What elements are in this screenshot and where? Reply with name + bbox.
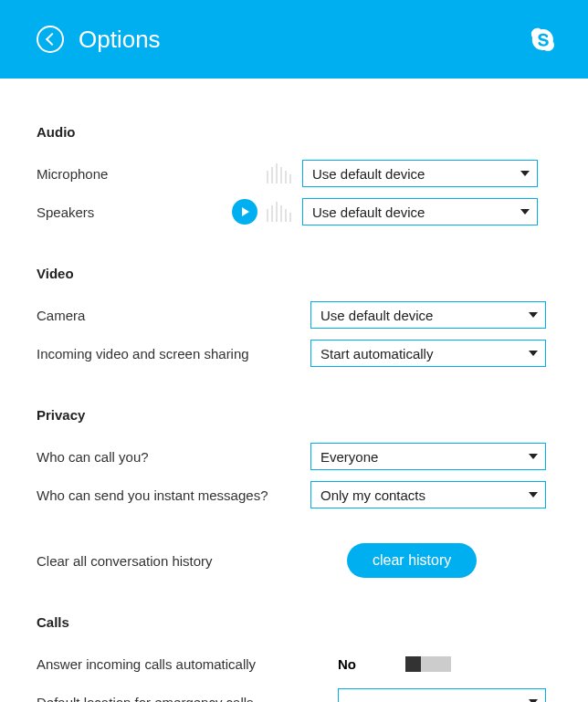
row-incoming-video: Incoming video and screen sharing Start … [37,334,551,372]
row-microphone: Microphone Use default device [37,154,551,193]
microphone-level-icon [267,163,291,183]
speakers-controls: Use default device [232,198,551,225]
microphone-controls: Use default device [232,160,551,187]
section-privacy: Privacy Who can call you? Everyone Who c… [37,407,551,580]
section-title-audio: Audio [37,124,551,140]
row-speakers: Speakers Use default device [37,193,551,231]
who-call-select[interactable]: Everyone [310,443,546,470]
row-auto-answer: Answer incoming calls automatically No [37,644,551,683]
section-title-privacy: Privacy [37,407,551,423]
row-who-im: Who can send you instant messages? Only … [37,476,551,514]
test-speakers-button[interactable] [232,199,257,225]
row-camera: Camera Use default device [37,296,551,334]
back-arrow-icon [45,33,58,46]
toggle-knob [405,656,421,672]
chevron-down-icon [520,209,530,215]
chevron-down-icon [520,171,530,176]
chevron-down-icon [529,492,538,498]
header-bar: Options [0,0,588,79]
microphone-label: Microphone [37,166,232,182]
speakers-select[interactable]: Use default device [302,198,538,225]
incoming-video-label: Incoming video and screen sharing [37,346,310,361]
default-location-control [338,688,551,702]
section-audio: Audio Microphone Use default device [37,124,551,231]
row-clear-history: Clear all conversation history clear his… [37,541,551,580]
speakers-level-icon [267,202,291,222]
microphone-select[interactable]: Use default device [302,160,538,187]
speakers-label: Speakers [37,204,232,220]
skype-logo-icon [530,26,557,53]
row-who-call: Who can call you? Everyone [37,437,551,476]
row-default-location: Default location for emergency calls [37,683,551,702]
back-button[interactable] [37,26,64,53]
section-calls: Calls Answer incoming calls automaticall… [37,614,551,702]
section-title-calls: Calls [37,614,551,630]
section-video: Video Camera Use default device Incoming… [37,266,551,372]
who-call-label: Who can call you? [37,449,310,465]
page-title: Options [79,26,161,54]
who-im-select-value: Only my contacts [320,487,425,503]
camera-select[interactable]: Use default device [310,301,546,329]
incoming-video-select[interactable]: Start automatically [310,340,546,367]
auto-answer-control: No [338,656,551,672]
speakers-select-value: Use default device [312,204,425,220]
section-title-video: Video [37,266,551,281]
auto-answer-toggle[interactable] [405,656,451,672]
clear-history-label: Clear all conversation history [37,553,310,569]
auto-answer-value: No [338,656,356,672]
incoming-video-select-value: Start automatically [320,346,433,361]
default-location-label: Default location for emergency calls [37,695,338,703]
camera-label: Camera [37,308,310,323]
microphone-select-value: Use default device [312,166,425,182]
chevron-down-icon [529,454,538,459]
chevron-down-icon [529,312,538,318]
default-location-select[interactable] [338,688,546,702]
play-icon [242,207,249,216]
camera-select-value: Use default device [320,308,433,323]
content-area: Audio Microphone Use default device [0,79,588,702]
auto-answer-label: Answer incoming calls automatically [37,656,338,672]
chevron-down-icon [529,351,538,356]
who-call-select-value: Everyone [320,449,378,465]
clear-history-button[interactable]: clear history [347,543,477,578]
who-im-label: Who can send you instant messages? [37,487,310,503]
who-im-select[interactable]: Only my contacts [310,481,546,508]
